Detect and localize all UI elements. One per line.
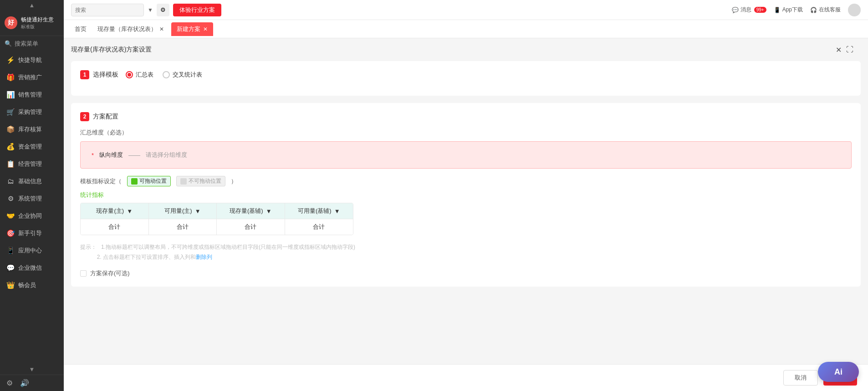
cancel-button[interactable]: 取消 xyxy=(783,370,818,386)
step1-title: 选择模板 xyxy=(93,71,118,79)
sidebar-item-cooperation[interactable]: 🤝 企业协同 xyxy=(0,207,64,225)
save-checkbox[interactable] xyxy=(80,270,87,277)
tab-inventory-label: 现存量（库存状况表） xyxy=(97,25,157,33)
tips-item-2: 2. 点击标题栏下拉可设置排序、插入列和删除列 xyxy=(80,252,852,262)
apps-icon: 📱 xyxy=(6,247,15,255)
sidebar-search[interactable]: 🔍 搜索菜单 xyxy=(0,36,64,51)
save-row: 方案保存(可选) xyxy=(80,269,852,278)
sidebar-item-marketing[interactable]: 🎁 营销推广 xyxy=(0,69,64,86)
radio-summary-dot xyxy=(126,71,133,78)
topbar-dropdown-arrow[interactable]: ▼ xyxy=(148,7,153,13)
topbar-gear-button[interactable]: ⚙ xyxy=(157,4,169,16)
tab-home[interactable]: 首页 xyxy=(71,22,90,36)
sidebar-item-label: 资金管理 xyxy=(18,143,42,151)
panel-close-icon[interactable]: ✕ xyxy=(836,46,842,54)
stats-section-title: 统计指标 xyxy=(80,191,852,199)
quick-nav-icon: ⚡ xyxy=(6,56,15,64)
sidebar-item-label: 销售管理 xyxy=(18,91,42,99)
tab-inventory-status[interactable]: 现存量（库存状况表） ✕ xyxy=(92,22,169,36)
sidebar-scroll-up[interactable]: ▲ xyxy=(0,0,64,10)
stats-header-col-0-label: 现存量(主) xyxy=(96,207,124,215)
tab-inventory-close[interactable]: ✕ xyxy=(159,26,164,32)
fixed-color-block xyxy=(180,178,187,185)
sidebar-logo: 好 畅捷通好生意 标准版 xyxy=(0,10,64,36)
section-choose-template: 1 选择模板 汇总表 交叉统计表 xyxy=(71,61,861,96)
stats-col-0-dropdown-icon[interactable]: ▼ xyxy=(127,208,133,215)
stats-header-col-2[interactable]: 现存量(基辅) ▼ xyxy=(217,203,285,219)
sidebar-item-inventory[interactable]: 📦 库存核算 xyxy=(0,121,64,138)
settings-icon[interactable]: ⚙ xyxy=(6,379,13,387)
sidebar-item-wechat[interactable]: 💬 企业微信 xyxy=(0,259,64,277)
step2-badge: 2 xyxy=(80,112,89,121)
sidebar-bottom: ⚙ 🔊 xyxy=(0,375,64,391)
app-logo-icon: 好 xyxy=(5,16,17,29)
radio-summary-label: 汇总表 xyxy=(136,71,153,79)
dimension-placeholder: 请选择分组维度 xyxy=(146,151,187,159)
stats-col-1-dropdown-icon[interactable]: ▼ xyxy=(195,208,201,215)
dimension-area[interactable]: * 纵向维度 —— 请选择分组维度 xyxy=(80,141,852,169)
system-icon: ⚙ xyxy=(6,195,15,203)
ai-bubble[interactable]: Ai xyxy=(818,362,859,382)
industry-plan-button[interactable]: 体验行业方案 xyxy=(173,4,221,16)
stats-cell-0-3: 合计 xyxy=(285,219,353,235)
sidebar-item-quick-nav[interactable]: ⚡ 快捷导航 xyxy=(0,51,64,69)
app-download-icon: 📱 xyxy=(774,7,781,13)
tab-new-plan[interactable]: 新建方案 ✕ xyxy=(171,22,213,36)
message-button[interactable]: 💬 消息 99+ xyxy=(732,6,766,14)
sidebar-item-guide[interactable]: 🎯 新手引导 xyxy=(0,225,64,242)
online-service-button[interactable]: 🎧 在线客服 xyxy=(810,6,841,14)
stats-header-col-1[interactable]: 可用量(主) ▼ xyxy=(149,203,217,219)
section2-header: 2 方案配置 xyxy=(80,112,852,121)
stats-header-col-0[interactable]: 现存量(主) ▼ xyxy=(81,203,149,219)
volume-icon[interactable]: 🔊 xyxy=(20,379,29,387)
sidebar-item-operations[interactable]: 📋 经营管理 xyxy=(0,155,64,173)
radio-cross-dot xyxy=(163,71,170,78)
sidebar-item-label: 营销推广 xyxy=(18,73,42,82)
stats-col-2-dropdown-icon[interactable]: ▼ xyxy=(266,208,272,215)
cooperation-icon: 🤝 xyxy=(6,212,15,220)
tab-new-plan-close[interactable]: ✕ xyxy=(203,26,208,32)
stats-table-row-0: 合计 合计 合计 合计 xyxy=(81,219,353,235)
app-download-button[interactable]: 📱 App下载 xyxy=(774,6,803,14)
service-icon: 🎧 xyxy=(810,7,817,13)
indicator-tag-draggable: 可拖动位置 xyxy=(127,176,171,186)
dimension-field-name: 纵向维度 xyxy=(99,151,123,159)
indicator-closing: ） xyxy=(231,177,237,185)
purchase-icon: 🛒 xyxy=(6,108,15,116)
message-icon: 💬 xyxy=(732,7,739,13)
sidebar-item-label: 企业微信 xyxy=(18,264,42,272)
indicator-label: 模板指标设定（ 可拖动位置 不可拖动位置 ） xyxy=(80,176,852,186)
radio-cross-table[interactable]: 交叉统计表 xyxy=(163,71,202,79)
sidebar-item-member[interactable]: 👑 畅会员 xyxy=(0,277,64,294)
dimension-divider: —— xyxy=(128,152,140,159)
sidebar-item-apps[interactable]: 📱 应用中心 xyxy=(0,242,64,259)
sidebar-item-basic[interactable]: 🗂 基础信息 xyxy=(0,173,64,190)
panel-expand-icon[interactable]: ⛶ xyxy=(846,46,853,54)
stats-header-col-1-label: 可用量(主) xyxy=(164,207,192,215)
sidebar-scroll-down[interactable]: ▼ xyxy=(0,364,64,375)
tabs-bar: 首页 现存量（库存状况表） ✕ 新建方案 ✕ xyxy=(64,20,868,38)
sidebar-item-label: 畅会员 xyxy=(18,281,36,289)
radio-summary-table[interactable]: 汇总表 xyxy=(126,71,153,79)
section-plan-config: 2 方案配置 汇总维度（必选） * 纵向维度 —— 请选择分组维度 模板指标设定… xyxy=(71,103,861,287)
main-area: ▼ ⚙ 体验行业方案 💬 消息 99+ 📱 App下载 🎧 在线客服 首页 现存 xyxy=(64,0,868,391)
sidebar-item-purchase[interactable]: 🛒 采购管理 xyxy=(0,103,64,121)
sidebar-item-label: 应用中心 xyxy=(18,247,42,255)
topbar-search-input[interactable] xyxy=(71,4,144,16)
save-label: 方案保存(可选) xyxy=(90,269,130,278)
page-title: 现存量(库存状况表)方案设置 xyxy=(71,46,861,54)
stats-cell-0-0: 合计 xyxy=(81,219,149,235)
app-name-block: 畅捷通好生意 标准版 xyxy=(21,16,54,30)
sidebar-item-system[interactable]: ⚙ 系统管理 xyxy=(0,190,64,207)
operations-icon: 📋 xyxy=(6,160,15,168)
stats-header-col-3[interactable]: 可用量(基辅) ▼ xyxy=(285,203,353,219)
sidebar-item-label: 经营管理 xyxy=(18,160,42,168)
topbar-right: 💬 消息 99+ 📱 App下载 🎧 在线客服 xyxy=(732,4,861,16)
sidebar-item-sales[interactable]: 📊 销售管理 xyxy=(0,86,64,103)
section1-header: 1 选择模板 汇总表 交叉统计表 xyxy=(80,70,852,79)
avatar[interactable] xyxy=(848,4,861,16)
stats-col-3-dropdown-icon[interactable]: ▼ xyxy=(334,208,340,215)
member-icon: 👑 xyxy=(6,281,15,289)
guide-icon: 🎯 xyxy=(6,229,15,237)
sidebar-item-finance[interactable]: 💰 资金管理 xyxy=(0,138,64,155)
